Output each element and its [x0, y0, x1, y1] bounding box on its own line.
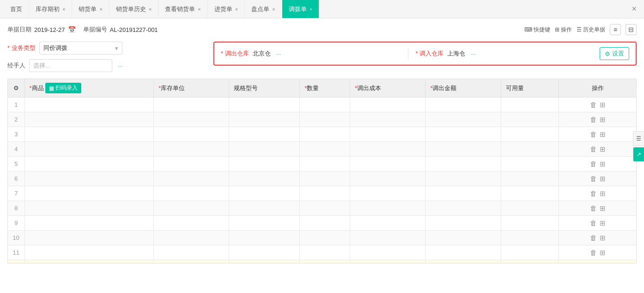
gear-column-header[interactable]: ⚙: [8, 79, 24, 98]
tab-inventory-init[interactable]: 库存期初×: [29, 0, 72, 18]
layout1-button[interactable]: ≡: [610, 24, 621, 35]
amount-cell[interactable]: [425, 186, 501, 201]
qty-cell[interactable]: [300, 231, 350, 245]
cost-cell[interactable]: [350, 171, 425, 186]
amount-cell[interactable]: [425, 171, 501, 186]
delete-icon[interactable]: 🗑: [590, 219, 597, 227]
copy-icon[interactable]: ⊞: [600, 189, 606, 198]
product-cell[interactable]: [24, 186, 154, 201]
cost-cell[interactable]: [350, 245, 425, 260]
cost-cell[interactable]: [350, 142, 425, 157]
delete-icon[interactable]: 🗑: [590, 249, 597, 256]
product-cell[interactable]: [24, 112, 154, 127]
spec-cell[interactable]: [229, 127, 300, 142]
copy-icon[interactable]: ⊞: [600, 101, 606, 109]
qty-cell[interactable]: [300, 142, 350, 157]
copy-icon[interactable]: ⊞: [600, 249, 606, 257]
unit-cell[interactable]: [154, 216, 229, 231]
tab-inventory-count[interactable]: 盘点单×: [245, 0, 282, 18]
amount-cell[interactable]: [425, 216, 501, 231]
tab-home[interactable]: 首页: [4, 0, 29, 18]
cost-cell[interactable]: [350, 98, 425, 112]
shortcut-key-button[interactable]: ⌨ 快捷键: [524, 26, 550, 34]
delete-icon[interactable]: 🗑: [590, 175, 597, 183]
delete-icon[interactable]: 🗑: [590, 234, 597, 242]
tab-sales-order[interactable]: 销货单×: [72, 0, 109, 18]
delete-icon[interactable]: 🗑: [590, 204, 597, 212]
amount-cell[interactable]: [425, 142, 501, 157]
tab-purchase-order[interactable]: 进货单×: [208, 0, 245, 18]
tab-sales-history[interactable]: 销货单历史×: [109, 0, 158, 18]
delete-icon[interactable]: 🗑: [590, 160, 597, 168]
product-cell[interactable]: [24, 98, 154, 112]
copy-icon[interactable]: ⊞: [600, 234, 606, 242]
qty-cell[interactable]: [300, 98, 350, 112]
settings-button[interactable]: ⚙ 设置: [600, 47, 629, 60]
amount-cell[interactable]: [425, 127, 501, 142]
product-cell[interactable]: [24, 142, 154, 157]
amount-cell[interactable]: [425, 231, 501, 245]
delete-icon[interactable]: 🗑: [590, 145, 597, 153]
spec-cell[interactable]: [229, 245, 300, 260]
spec-cell[interactable]: [229, 142, 300, 157]
spec-cell[interactable]: [229, 171, 300, 186]
copy-icon-sub[interactable]: ⊞: [600, 263, 606, 264]
qty-cell[interactable]: [300, 112, 350, 127]
unit-cell[interactable]: [154, 112, 229, 127]
qty-cell[interactable]: [300, 127, 350, 142]
product-cell[interactable]: [24, 245, 154, 260]
tab-view-sales[interactable]: 查看销货单×: [158, 0, 207, 18]
spec-cell[interactable]: [229, 157, 300, 171]
spec-cell[interactable]: [229, 112, 300, 127]
spec-cell[interactable]: [229, 201, 300, 216]
side-export-button[interactable]: ↗: [633, 147, 644, 162]
tab-close-inventory-init[interactable]: ×: [62, 6, 65, 12]
cost-cell[interactable]: [350, 231, 425, 245]
unit-cell[interactable]: [154, 171, 229, 186]
product-cell[interactable]: [24, 127, 154, 142]
history-button[interactable]: ☰ 历史单据: [577, 26, 605, 34]
cost-cell[interactable]: [350, 157, 425, 171]
amount-cell[interactable]: [425, 201, 501, 216]
copy-icon[interactable]: ⊞: [600, 116, 606, 124]
qty-cell[interactable]: [300, 245, 350, 260]
amount-cell[interactable]: [425, 245, 501, 260]
delete-icon[interactable]: 🗑: [590, 101, 597, 109]
cost-cell[interactable]: [350, 127, 425, 142]
cost-cell[interactable]: [350, 186, 425, 201]
cost-cell[interactable]: [350, 112, 425, 127]
spec-cell[interactable]: [229, 186, 300, 201]
handler-more-button[interactable]: ···: [118, 62, 123, 69]
copy-icon[interactable]: ⊞: [600, 160, 606, 168]
cost-cell[interactable]: [350, 201, 425, 216]
cost-cell[interactable]: [350, 216, 425, 231]
operation-button[interactable]: ⊞ 操作: [555, 26, 572, 34]
unit-cell[interactable]: [154, 231, 229, 245]
tab-close-purchase-order[interactable]: ×: [235, 6, 238, 12]
copy-icon[interactable]: ⊞: [600, 204, 606, 213]
amount-cell[interactable]: [425, 112, 501, 127]
unit-cell[interactable]: [154, 157, 229, 171]
qty-cell[interactable]: [300, 157, 350, 171]
spec-cell[interactable]: [229, 216, 300, 231]
qty-cell[interactable]: [300, 171, 350, 186]
product-cell[interactable]: [24, 216, 154, 231]
unit-cell[interactable]: [154, 201, 229, 216]
copy-icon[interactable]: ⊞: [600, 130, 606, 139]
tab-close-inventory-count[interactable]: ×: [272, 6, 275, 12]
spec-cell[interactable]: [229, 98, 300, 112]
tab-close-transfer[interactable]: ×: [310, 6, 312, 12]
product-cell[interactable]: [24, 171, 154, 186]
delete-icon[interactable]: 🗑: [590, 130, 597, 138]
side-list-button[interactable]: ☰: [633, 131, 644, 146]
qty-cell[interactable]: [300, 201, 350, 216]
copy-icon[interactable]: ⊞: [600, 219, 606, 227]
qty-cell[interactable]: [300, 186, 350, 201]
copy-icon[interactable]: ⊞: [600, 175, 606, 183]
delete-icon[interactable]: 🗑: [590, 189, 597, 197]
close-all-button[interactable]: ×: [628, 4, 640, 14]
unit-cell[interactable]: [154, 142, 229, 157]
scan-button[interactable]: ▦ 扫码录入: [45, 83, 81, 93]
tab-close-view-sales[interactable]: ×: [198, 6, 200, 12]
tab-transfer[interactable]: 调拨单×: [282, 0, 319, 18]
